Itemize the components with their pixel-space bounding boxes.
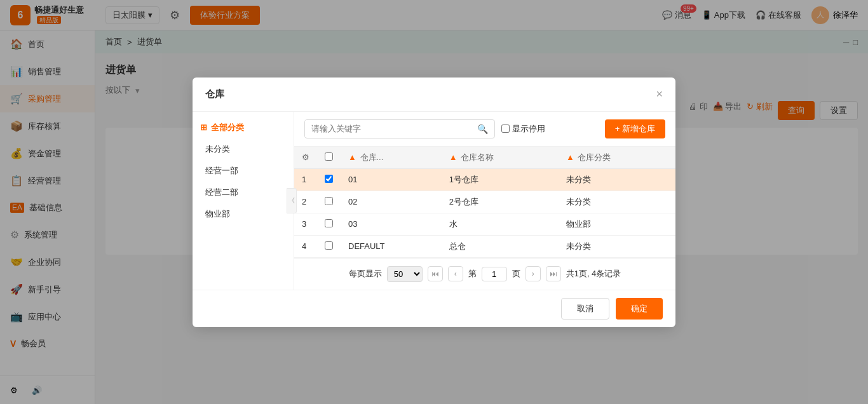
category-item-dept2[interactable]: 经营二部 bbox=[193, 182, 294, 203]
page-input[interactable] bbox=[482, 267, 507, 281]
per-page-label: 每页显示 bbox=[349, 268, 382, 279]
dialog-header: 仓库 × bbox=[193, 77, 675, 112]
row-category-3: 物业部 bbox=[559, 213, 675, 235]
row-code-3: 03 bbox=[341, 213, 442, 235]
warehouse-table: ⚙ ▲ 仓库... ▲ 仓库名称 bbox=[294, 147, 675, 258]
table-header: ⚙ ▲ 仓库... ▲ 仓库名称 bbox=[294, 147, 675, 169]
show-disabled-label: 显示停用 bbox=[512, 123, 545, 135]
row-check-4[interactable] bbox=[317, 235, 341, 257]
col-category: ▲ 仓库分类 bbox=[559, 147, 675, 169]
row-num-4: 4 bbox=[294, 235, 317, 257]
table-row[interactable]: 2 02 2号仓库 未分类 bbox=[294, 191, 675, 213]
warehouse-toolbar: 🔍 显示停用 + 新增仓库 bbox=[294, 112, 675, 147]
search-box: 🔍 bbox=[304, 119, 495, 138]
dialog-footer: 取消 确定 bbox=[193, 290, 675, 327]
row-category-1: 未分类 bbox=[559, 168, 675, 191]
category-label-unclassified: 未分类 bbox=[205, 144, 230, 154]
col-gear: ⚙ bbox=[294, 147, 317, 169]
row-num-2: 2 bbox=[294, 191, 317, 213]
first-page-btn[interactable]: ⏮ bbox=[428, 266, 443, 281]
category-item-property[interactable]: 物业部 bbox=[193, 203, 294, 225]
all-category[interactable]: ⊞ 全部分类 bbox=[193, 117, 294, 138]
table-row[interactable]: 4 DEFAULT 总仓 未分类 bbox=[294, 235, 675, 257]
collapse-panel-btn[interactable]: 《 bbox=[287, 188, 294, 213]
confirm-btn[interactable]: 确定 bbox=[616, 298, 663, 320]
row-check-3[interactable] bbox=[317, 213, 341, 235]
col-code: ▲ 仓库... bbox=[341, 147, 442, 169]
warehouse-dialog: 仓库 × ⊞ 全部分类 未分类 经营一部 经营二部 bbox=[193, 77, 675, 327]
category-label-dept2: 经营二部 bbox=[205, 187, 238, 197]
page-size-select[interactable]: 50 20 100 bbox=[387, 266, 423, 282]
row-code-4: DEFAULT bbox=[341, 235, 442, 257]
table-row[interactable]: 1 01 1号仓库 未分类 bbox=[294, 168, 675, 191]
col-checkbox bbox=[317, 147, 341, 169]
search-input[interactable] bbox=[305, 120, 471, 137]
row-name-2: 2号仓库 bbox=[442, 191, 559, 213]
category-panel: ⊞ 全部分类 未分类 经营一部 经营二部 物业部 《 bbox=[193, 112, 294, 290]
warehouse-table-container: ⚙ ▲ 仓库... ▲ 仓库名称 bbox=[294, 147, 675, 258]
row-name-1: 1号仓库 bbox=[442, 168, 559, 191]
disabled-checkbox-input[interactable] bbox=[501, 125, 510, 133]
category-item-dept1[interactable]: 经营一部 bbox=[193, 160, 294, 182]
dialog-overlay: 仓库 × ⊞ 全部分类 未分类 经营一部 经营二部 bbox=[0, 0, 868, 404]
grid-icon: ⊞ bbox=[200, 123, 207, 132]
row-check-2[interactable] bbox=[317, 191, 341, 213]
warehouse-list-panel: 🔍 显示停用 + 新增仓库 ⚙ bbox=[294, 112, 675, 290]
row-num-1: 1 bbox=[294, 168, 317, 191]
category-label-dept1: 经营一部 bbox=[205, 166, 238, 175]
row-check-1[interactable] bbox=[317, 168, 341, 191]
dialog-close-btn[interactable]: × bbox=[656, 88, 663, 101]
page-suffix: 页 bbox=[512, 268, 520, 279]
page-label: 第 bbox=[468, 268, 477, 279]
dialog-body: ⊞ 全部分类 未分类 经营一部 经营二部 物业部 《 bbox=[193, 112, 675, 290]
row-category-2: 未分类 bbox=[559, 191, 675, 213]
next-page-btn[interactable]: › bbox=[526, 266, 541, 281]
cancel-btn[interactable]: 取消 bbox=[561, 298, 609, 320]
row-num-3: 3 bbox=[294, 213, 317, 235]
col-name: ▲ 仓库名称 bbox=[442, 147, 559, 169]
category-label-property: 物业部 bbox=[205, 209, 230, 219]
all-category-label: 全部分类 bbox=[211, 122, 244, 133]
total-info: 共1页, 4条记录 bbox=[566, 268, 621, 279]
row-code-1: 01 bbox=[341, 168, 442, 191]
show-disabled-checkbox[interactable]: 显示停用 bbox=[501, 123, 545, 135]
search-btn[interactable]: 🔍 bbox=[471, 120, 494, 138]
table-row[interactable]: 3 03 水 物业部 bbox=[294, 213, 675, 235]
select-all-checkbox[interactable] bbox=[325, 152, 333, 161]
last-page-btn[interactable]: ⏭ bbox=[546, 266, 561, 281]
add-warehouse-btn[interactable]: + 新增仓库 bbox=[605, 119, 665, 138]
pagination: 每页显示 50 20 100 ⏮ ‹ 第 页 › ⏭ 共1页, 4条记录 bbox=[294, 258, 675, 290]
row-code-2: 02 bbox=[341, 191, 442, 213]
category-item-unclassified[interactable]: 未分类 bbox=[193, 138, 294, 160]
prev-page-btn[interactable]: ‹ bbox=[448, 266, 463, 281]
dialog-title: 仓库 bbox=[205, 88, 224, 100]
row-name-3: 水 bbox=[442, 213, 559, 235]
row-category-4: 未分类 bbox=[559, 235, 675, 257]
row-name-4: 总仓 bbox=[442, 235, 559, 257]
table-body: 1 01 1号仓库 未分类 2 02 2号仓库 bbox=[294, 168, 675, 257]
